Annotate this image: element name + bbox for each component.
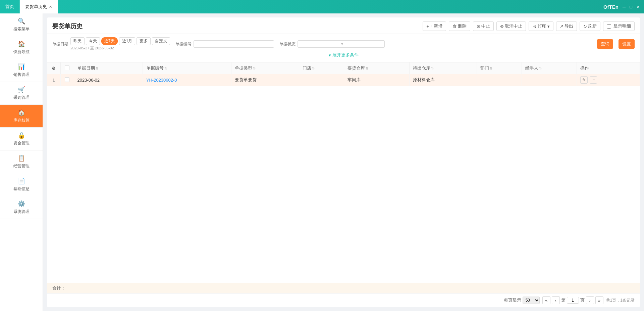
window-max-icon[interactable]: □ bbox=[630, 4, 632, 9]
display-cell-checkbox[interactable] bbox=[607, 24, 611, 29]
sidebar-item-finance[interactable]: 🔒 资金管理 bbox=[0, 128, 43, 150]
sidebar-label-inventory: 库存核算 bbox=[13, 118, 30, 123]
sidebar-item-quicknav[interactable]: 🏠 快捷导航 bbox=[0, 36, 43, 59]
page-size-select[interactable]: 10 20 50 100 bbox=[523, 297, 540, 304]
window-close-icon[interactable]: ✕ bbox=[636, 4, 640, 9]
home-icon: 🏠 bbox=[18, 40, 25, 48]
settings-icon-th: ⚙ bbox=[52, 66, 56, 71]
header-checkbox[interactable] bbox=[65, 65, 69, 70]
op-more-icon[interactable]: ⋯ bbox=[590, 76, 597, 84]
sidebar-item-purchase[interactable]: 🛒 采购管理 bbox=[0, 82, 43, 105]
sidebar-label-finance: 资金管理 bbox=[13, 140, 30, 146]
expand-button[interactable]: ▾ 展开更多条件 bbox=[329, 52, 359, 58]
settings-filter-button[interactable]: 设置 bbox=[619, 39, 635, 49]
col-doc-no-sort-icon[interactable]: ⇅ bbox=[164, 66, 167, 70]
print-button[interactable]: 🖨 打印 ▾ bbox=[529, 21, 553, 31]
row-date: 2023-06-02 bbox=[74, 74, 143, 86]
col-req-warehouse-label: 要货仓库 bbox=[347, 65, 365, 71]
col-settings[interactable]: ⚙ bbox=[47, 62, 60, 74]
refresh-button[interactable]: ↻ 刷新 bbox=[580, 21, 600, 31]
stop-button[interactable]: ⊘ 中止 bbox=[473, 21, 494, 31]
status-select[interactable]: ▾ bbox=[298, 40, 385, 48]
expand-row: ▾ 展开更多条件 bbox=[52, 51, 635, 60]
prev-page-button[interactable]: ‹ bbox=[552, 296, 560, 304]
add-icon: + bbox=[426, 24, 429, 29]
content-area: 要货单历史 + + 新增 🗑 删除 ⊘ 中止 ⊗ bbox=[43, 13, 644, 311]
tab-close-icon[interactable]: ✕ bbox=[49, 5, 52, 9]
col-date: 单据日期 ⇅ bbox=[74, 62, 143, 74]
col-store-sort-icon[interactable]: ⇅ bbox=[312, 66, 315, 70]
col-checkbox bbox=[60, 62, 74, 74]
op-edit-icon[interactable]: ✎ bbox=[580, 76, 588, 84]
display-cell-button[interactable]: 显示明细 bbox=[603, 21, 635, 31]
last-page-button[interactable]: » bbox=[595, 296, 603, 304]
col-date-label: 单据日期 bbox=[77, 65, 95, 71]
row-num: 1 bbox=[47, 74, 60, 86]
date-range-text: 2023-05-27 至 2023-06-02 bbox=[70, 46, 170, 51]
col-handler-sort-icon[interactable]: ⇅ bbox=[539, 66, 542, 70]
window-min-icon[interactable]: ─ bbox=[623, 4, 626, 9]
date-btn-custom[interactable]: 自定义 bbox=[152, 37, 170, 45]
col-department-sort-icon[interactable]: ⇅ bbox=[490, 66, 492, 70]
date-btn-7days[interactable]: 近7天 bbox=[101, 37, 118, 45]
col-pending-warehouse-label: 待出仓库 bbox=[413, 65, 430, 71]
doc-number-filter: 单据编号 bbox=[175, 40, 274, 48]
query-label: 查询 bbox=[601, 41, 609, 47]
sidebar-label-system: 系统管理 bbox=[13, 209, 30, 215]
first-page-button[interactable]: « bbox=[542, 296, 550, 304]
doc-no-link[interactable]: YH-20230602-0 bbox=[146, 78, 177, 83]
filter-row: 单据日期 昨天 今天 近7天 近1月 更多 自定义 2023-05-27 至 2… bbox=[52, 37, 635, 51]
col-department: 部门 ⇅ bbox=[477, 62, 522, 74]
page-title: 要货单历史 bbox=[52, 22, 83, 30]
date-btn-more[interactable]: 更多 bbox=[137, 37, 151, 45]
sidebar-item-operations[interactable]: 📋 经营管理 bbox=[0, 150, 43, 173]
filter-area: 单据日期 昨天 今天 近7天 近1月 更多 自定义 2023-05-27 至 2… bbox=[47, 34, 640, 62]
col-date-sort-icon[interactable]: ⇅ bbox=[96, 66, 98, 70]
date-btn-1month[interactable]: 近1月 bbox=[119, 37, 136, 45]
col-pending-warehouse: 待出仓库 ⇅ bbox=[409, 62, 477, 74]
delete-button[interactable]: 🗑 删除 bbox=[449, 21, 470, 31]
sidebar-item-inventory[interactable]: 🏠 库存核算 bbox=[0, 105, 43, 128]
print-icon: 🖨 bbox=[532, 24, 537, 29]
top-bar-right: OfTEn ─ □ ✕ bbox=[603, 4, 644, 10]
header-actions: + + 新增 🗑 删除 ⊘ 中止 ⊗ 取消中止 bbox=[423, 21, 635, 31]
table-row: 1 2023-06-02 YH-20230602-0 要货单要货 车间库 原材料… bbox=[47, 74, 640, 86]
row-handler bbox=[522, 74, 577, 86]
date-btn-today[interactable]: 今天 bbox=[86, 37, 100, 45]
basic-info-icon: 📄 bbox=[18, 177, 25, 185]
tab-home[interactable]: 首页 bbox=[0, 0, 20, 13]
col-pending-warehouse-sort-icon[interactable]: ⇅ bbox=[431, 66, 434, 70]
export-button[interactable]: ↗ 导出 bbox=[556, 21, 577, 31]
page-header: 要货单历史 + + 新增 🗑 删除 ⊘ 中止 ⊗ bbox=[47, 17, 640, 34]
query-button[interactable]: 查询 bbox=[597, 39, 613, 49]
next-page-button[interactable]: › bbox=[586, 296, 594, 304]
tab-requisition-history[interactable]: 要货单历史 ✕ bbox=[20, 0, 58, 13]
col-req-warehouse-sort-icon[interactable]: ⇅ bbox=[366, 66, 368, 70]
col-store: 门店 ⇅ bbox=[299, 62, 344, 74]
doc-number-label: 单据编号 bbox=[175, 41, 192, 47]
row-store bbox=[299, 74, 344, 86]
col-doc-no-label: 单据编号 bbox=[146, 65, 164, 71]
sidebar-item-system[interactable]: ⚙️ 系统管理 bbox=[0, 196, 43, 219]
stop-icon: ⊘ bbox=[477, 24, 480, 29]
row-checkbox-input[interactable] bbox=[65, 77, 69, 82]
row-doc-no: YH-20230602-0 bbox=[143, 74, 231, 86]
top-bar: 首页 要货单历史 ✕ OfTEn ─ □ ✕ bbox=[0, 0, 644, 13]
add-button[interactable]: + + 新增 bbox=[423, 21, 446, 31]
status-label: 单据状态 bbox=[279, 41, 296, 47]
col-department-label: 部门 bbox=[480, 65, 489, 71]
refresh-label: 刷新 bbox=[588, 23, 597, 29]
sidebar-item-search[interactable]: 🔍 搜索菜单 bbox=[0, 13, 43, 36]
tab-requisition-label: 要货单历史 bbox=[25, 4, 47, 10]
operations-icon: 📋 bbox=[18, 154, 25, 162]
cancel-stop-button[interactable]: ⊗ 取消中止 bbox=[496, 21, 526, 31]
page-info: 共1页，1条记录 bbox=[606, 298, 635, 303]
sidebar-item-sales[interactable]: 📊 销售管理 bbox=[0, 59, 43, 82]
doc-number-input[interactable] bbox=[194, 40, 274, 48]
sidebar-item-basic-info[interactable]: 📄 基础信息 bbox=[0, 173, 43, 196]
date-btn-yesterday[interactable]: 昨天 bbox=[70, 37, 85, 45]
col-doc-type-sort-icon[interactable]: ⇅ bbox=[253, 66, 256, 70]
col-req-warehouse: 要货仓库 ⇅ bbox=[344, 62, 409, 74]
page-input[interactable] bbox=[567, 297, 579, 304]
page-suffix: 页 bbox=[580, 297, 585, 303]
